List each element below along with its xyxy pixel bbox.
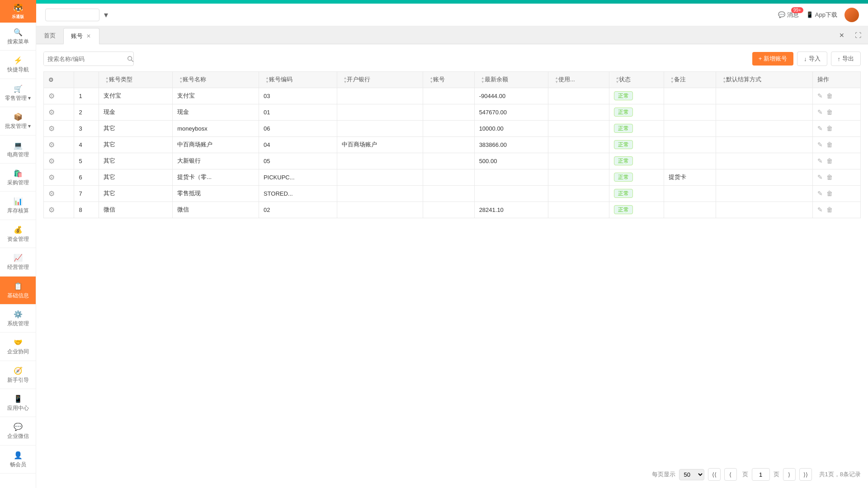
- row-settings-icon[interactable]: ⚙: [48, 141, 55, 149]
- search-input[interactable]: [44, 52, 127, 66]
- top-bar-left: ▾: [45, 9, 108, 21]
- col-header-settings: ⚙: [44, 72, 74, 88]
- edit-icon[interactable]: ✎: [817, 206, 823, 213]
- col-header-account[interactable]: ▲▼账号: [423, 72, 474, 88]
- sidebar-item-finance[interactable]: 💰资金管理: [0, 220, 36, 248]
- sidebar-item-appcenter[interactable]: 📱应用中心: [0, 389, 36, 417]
- page-size-select[interactable]: 2050100: [679, 469, 704, 480]
- edit-icon[interactable]: ✎: [817, 190, 823, 197]
- sidebar-item-purchase[interactable]: 🛍️采购管理: [0, 164, 36, 192]
- row-settings-icon[interactable]: ⚙: [48, 190, 55, 197]
- status-badge: 正常: [614, 173, 633, 182]
- col-header-name[interactable]: ▲▼账号名称: [173, 72, 259, 88]
- app-download-button[interactable]: 📱 App下载: [806, 11, 837, 19]
- top-search-input[interactable]: [45, 9, 99, 21]
- col-header-settlement[interactable]: ▲▼默认结算方式: [716, 72, 813, 88]
- sidebar-item-search[interactable]: 🔍搜索菜单: [0, 23, 36, 51]
- cell-name: 大新银行: [173, 153, 259, 169]
- col-header-bank[interactable]: ▲▼开户银行: [337, 72, 423, 88]
- add-account-button[interactable]: + 新增账号: [752, 52, 793, 66]
- sidebar-item-operations[interactable]: 📈经营管理: [0, 248, 36, 276]
- cell-status: 正常: [609, 88, 664, 104]
- import-button[interactable]: ↓ 导入: [797, 52, 827, 66]
- delete-icon[interactable]: 🗑: [826, 190, 833, 197]
- cell-account: [423, 136, 474, 153]
- delete-icon[interactable]: 🗑: [826, 108, 833, 116]
- table-row: ⚙3其它moneybosx0610000.00正常 ✎ 🗑: [44, 120, 861, 136]
- row-settings-icon[interactable]: ⚙: [48, 92, 55, 100]
- edit-icon[interactable]: ✎: [817, 125, 823, 132]
- page-size-label: 每页显示: [652, 470, 675, 479]
- cell-name: 支付宝: [173, 88, 259, 104]
- cell-type: 其它: [99, 185, 173, 202]
- cell-settings: ⚙: [44, 136, 74, 153]
- sort-icon-usage: ▲▼: [555, 76, 558, 84]
- cell-status: 正常: [609, 202, 664, 218]
- col-header-usage[interactable]: ▲▼使用...: [548, 72, 609, 88]
- sidebar-item-inventory[interactable]: 📊库存核算: [0, 192, 36, 220]
- edit-icon[interactable]: ✎: [817, 157, 823, 164]
- user-avatar[interactable]: [844, 8, 859, 22]
- cell-settlement: [716, 153, 813, 169]
- cell-note: [664, 88, 716, 104]
- sort-icon-name: ▲▼: [179, 76, 183, 84]
- page-input[interactable]: [752, 468, 770, 481]
- search-button[interactable]: [127, 52, 133, 66]
- cell-code: STORED...: [259, 185, 337, 202]
- row-settings-icon[interactable]: ⚙: [48, 157, 55, 165]
- first-page-button[interactable]: ⟨⟨: [708, 468, 721, 481]
- sidebar-item-basic[interactable]: 📋基础信息: [0, 277, 36, 305]
- sidebar-item-member[interactable]: 👤畅会员: [0, 446, 36, 474]
- delete-icon[interactable]: 🗑: [826, 174, 833, 181]
- col-header-note[interactable]: ▲▼备注: [664, 72, 716, 88]
- delete-icon[interactable]: 🗑: [826, 206, 833, 213]
- col-header-status[interactable]: ▲▼状态: [609, 72, 664, 88]
- next-page-button[interactable]: ⟩: [783, 468, 796, 481]
- sidebar-item-wechat[interactable]: 💬企业微信: [0, 417, 36, 445]
- prev-page-button[interactable]: ⟨: [724, 468, 737, 481]
- edit-icon[interactable]: ✎: [817, 141, 823, 148]
- edit-icon[interactable]: ✎: [817, 108, 823, 116]
- cell-account: [423, 185, 474, 202]
- sidebar-item-system[interactable]: ⚙️系统管理: [0, 305, 36, 333]
- delete-icon[interactable]: 🗑: [826, 125, 833, 132]
- cell-index: 6: [74, 169, 99, 185]
- edit-icon[interactable]: ✎: [817, 92, 823, 99]
- tab-account[interactable]: 账号✕: [63, 28, 99, 44]
- tab-close-all-button[interactable]: ✕: [835, 29, 848, 42]
- message-button[interactable]: 💬 消息 99+: [778, 11, 799, 19]
- sidebar-item-quicknav[interactable]: ⚡快捷导航: [0, 51, 36, 79]
- delete-icon[interactable]: 🗑: [826, 157, 833, 164]
- cell-settings: ⚙: [44, 120, 74, 136]
- row-settings-icon[interactable]: ⚙: [48, 174, 55, 181]
- last-page-button[interactable]: ⟩⟩: [799, 468, 812, 481]
- cell-index: 2: [74, 104, 99, 120]
- tab-expand-button[interactable]: ⛶: [852, 29, 864, 42]
- delete-icon[interactable]: 🗑: [826, 141, 833, 148]
- tab-close-account[interactable]: ✕: [85, 32, 92, 40]
- row-settings-icon[interactable]: ⚙: [48, 206, 55, 214]
- cell-note: [664, 153, 716, 169]
- import-icon: ↓: [804, 56, 807, 62]
- export-button[interactable]: ↑ 导出: [831, 52, 861, 66]
- col-header-code[interactable]: ▲▼账号编码: [259, 72, 337, 88]
- sidebar-item-guide[interactable]: 🧭新手引导: [0, 361, 36, 389]
- settings-icon[interactable]: ⚙: [48, 76, 54, 83]
- delete-icon[interactable]: 🗑: [826, 92, 833, 99]
- sidebar-label-purchase: 采购管理: [7, 179, 29, 186]
- sidebar-item-contract[interactable]: 🤝企业协同: [0, 333, 36, 361]
- row-settings-icon[interactable]: ⚙: [48, 108, 55, 116]
- cell-code: 03: [259, 88, 337, 104]
- sidebar-item-retail[interactable]: 🛒零售管理 ▾: [0, 79, 36, 107]
- status-badge: 正常: [614, 108, 633, 117]
- dropdown-btn[interactable]: ▾: [104, 10, 108, 20]
- row-settings-icon[interactable]: ⚙: [48, 125, 55, 132]
- col-header-type[interactable]: ▲▼账号类型: [99, 72, 173, 88]
- sidebar-item-ecommerce[interactable]: 💻电商管理: [0, 136, 36, 164]
- sidebar-label-contract: 企业协同: [7, 348, 29, 355]
- cell-balance: 28241.10: [474, 202, 548, 218]
- col-header-balance[interactable]: ▲▼最新余额: [474, 72, 548, 88]
- sidebar-item-wholesale[interactable]: 📦批发管理 ▾: [0, 107, 36, 135]
- tab-home[interactable]: 首页: [36, 28, 63, 44]
- edit-icon[interactable]: ✎: [817, 174, 823, 181]
